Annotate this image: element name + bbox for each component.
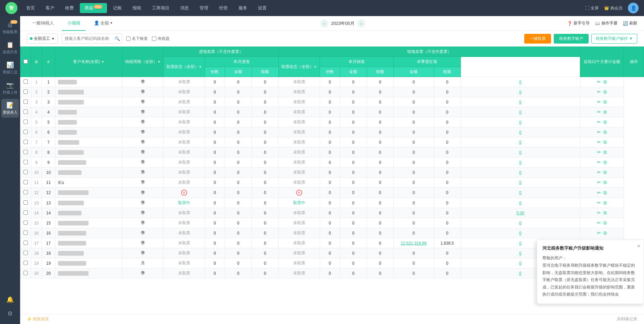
checkbox-tax-input[interactable]: [152, 37, 156, 41]
row-checkbox-cell[interactable]: [20, 188, 31, 198]
copy-icon[interactable]: ⧉: [603, 200, 607, 205]
cumulative-value[interactable]: 0: [519, 140, 522, 145]
edit-icon[interactable]: ✏: [597, 149, 601, 155]
th-period[interactable]: 纳税周期（全部）▼: [122, 47, 164, 77]
row-checkbox[interactable]: [23, 200, 28, 205]
yijian-btn[interactable]: 一键取票: [524, 34, 551, 44]
sidebar-item-huizong[interactable]: 📊 票据汇总: [1, 59, 19, 77]
cumulative-value[interactable]: 0: [519, 90, 522, 94]
tax-policy-link[interactable]: ⚡ 税务政策: [27, 316, 49, 322]
period-filter-icon[interactable]: ▼: [157, 60, 161, 64]
edit-icon[interactable]: ✏: [597, 119, 601, 125]
row-checkbox[interactable]: [23, 79, 28, 84]
cumulative-value[interactable]: 0: [519, 170, 522, 175]
nav-item-shoufei[interactable]: 收费: [60, 3, 78, 13]
row-checkbox[interactable]: [23, 251, 28, 255]
cumulative-value[interactable]: 0: [519, 150, 522, 155]
nav-item-baoshui[interactable]: 报税: [128, 3, 146, 13]
copy-icon[interactable]: ⧉: [603, 139, 607, 145]
copy-icon[interactable]: ⧉: [603, 129, 607, 135]
row-checkbox[interactable]: [23, 170, 28, 174]
row-checkbox-cell[interactable]: [20, 178, 31, 188]
nav-item-shezhi[interactable]: 设置: [253, 3, 271, 13]
nav-item-gongshang[interactable]: 工商项目: [147, 3, 174, 13]
cumulative-value[interactable]: 5.00: [517, 211, 524, 215]
cumulative-value[interactable]: 0: [519, 130, 522, 135]
row-checkbox[interactable]: [23, 160, 28, 164]
refresh-btn[interactable]: 🔄 刷新: [623, 20, 637, 26]
select-all-checkbox[interactable]: [23, 59, 28, 64]
caozuo-btn[interactable]: 税务数字账户操作 ▼: [591, 34, 637, 44]
row-checkbox-cell[interactable]: [20, 107, 31, 117]
nav-item-guanli[interactable]: 管理: [195, 3, 213, 13]
xiao-fetch-filter-icon[interactable]: ▼: [314, 65, 317, 69]
copy-icon[interactable]: ⧉: [603, 159, 607, 165]
nav-item-xiaoxi[interactable]: 消息: [175, 3, 194, 13]
manual-btn[interactable]: 📖 操作手册: [595, 20, 618, 26]
row-checkbox[interactable]: [23, 261, 28, 265]
th-xiao-fetch[interactable]: 取票状态（全部）▼: [278, 57, 320, 77]
row-checkbox-cell[interactable]: [20, 137, 31, 147]
row-checkbox-cell[interactable]: [20, 268, 31, 278]
search-input[interactable]: [62, 34, 122, 44]
jin-fetch-filter-icon[interactable]: ▼: [199, 65, 202, 69]
nav-item-piaoju[interactable]: 票据new: [80, 3, 107, 13]
nav-item-fuwu[interactable]: 服务: [234, 3, 252, 13]
edit-icon[interactable]: ✏: [597, 79, 601, 84]
row-checkbox[interactable]: [23, 130, 28, 134]
edit-icon[interactable]: ✏: [597, 99, 601, 105]
tab-quanneng[interactable]: 👤全能 ▼: [89, 16, 118, 31]
cumulative-value[interactable]: 0: [519, 180, 522, 185]
cumulative-value[interactable]: 0: [519, 80, 522, 84]
period-prev[interactable]: ‹: [320, 19, 328, 27]
copy-icon[interactable]: ⧉: [603, 220, 607, 225]
guide-btn[interactable]: ❓ 新手引导: [567, 20, 590, 26]
row-checkbox[interactable]: [23, 210, 28, 215]
copy-icon[interactable]: ⧉: [603, 119, 607, 125]
copy-icon[interactable]: ⧉: [603, 149, 607, 155]
cumulative-value[interactable]: 0: [519, 201, 522, 205]
avatar[interactable]: 👤: [628, 3, 639, 13]
nav-item-jingying[interactable]: 经营: [214, 3, 232, 13]
row-checkbox-cell[interactable]: [20, 218, 31, 228]
checkbox-tax[interactable]: 有税盘: [152, 36, 170, 42]
tab-yiban[interactable]: 一般纳税人: [27, 16, 59, 31]
row-checkbox-cell[interactable]: [20, 238, 31, 248]
edit-icon[interactable]: ✏: [597, 230, 601, 236]
row-checkbox-cell[interactable]: [20, 208, 31, 218]
row-checkbox-cell[interactable]: [20, 168, 31, 178]
row-checkbox[interactable]: [23, 231, 28, 235]
sidebar-item-kaiju[interactable]: 📋 发票开具: [1, 39, 19, 57]
cumulative-value[interactable]: 0: [519, 221, 522, 225]
cumulative-value[interactable]: 0: [519, 251, 522, 256]
row-checkbox-cell[interactable]: [20, 258, 31, 268]
edit-icon[interactable]: ✏: [597, 139, 601, 145]
row-checkbox[interactable]: [23, 89, 28, 94]
copy-icon[interactable]: ⧉: [603, 190, 607, 195]
row-checkbox[interactable]: [23, 100, 28, 104]
row-checkbox-cell[interactable]: [20, 87, 31, 97]
row-checkbox-cell[interactable]: [20, 157, 31, 168]
nav-item-kehu[interactable]: 客户: [41, 3, 59, 13]
nav-item-jizhang[interactable]: 记账: [108, 3, 126, 13]
row-checkbox[interactable]: [23, 190, 28, 194]
cumulative-value[interactable]: 0: [519, 231, 522, 236]
edit-icon[interactable]: ✏: [597, 89, 601, 94]
cumulative-value[interactable]: 0: [519, 110, 522, 115]
nav-item-home[interactable]: 首页: [21, 3, 40, 13]
cumulative-value[interactable]: 0: [519, 190, 522, 195]
tab-xiaogui[interactable]: 小规模: [62, 16, 86, 31]
copy-icon[interactable]: ⧉: [603, 89, 607, 94]
red-amount-link[interactable]: 12,621,319.99: [401, 241, 427, 246]
cumulative-value[interactable]: 0: [519, 120, 522, 125]
row-checkbox-cell[interactable]: [20, 248, 31, 258]
copy-icon[interactable]: ⧉: [603, 210, 607, 215]
search-icon[interactable]: 🔍: [115, 36, 120, 41]
edit-icon[interactable]: ✏: [597, 220, 601, 225]
sidebar-item-saomiao[interactable]: 📷 扫描上传: [1, 79, 19, 98]
cumulative-value[interactable]: 0: [519, 271, 522, 276]
checkbox-accounts[interactable]: 名下账套: [126, 36, 148, 42]
copy-icon[interactable]: ⧉: [603, 79, 607, 84]
cumulative-value[interactable]: 0: [519, 100, 522, 105]
sidebar-item-notify[interactable]: 🔔: [1, 293, 19, 306]
